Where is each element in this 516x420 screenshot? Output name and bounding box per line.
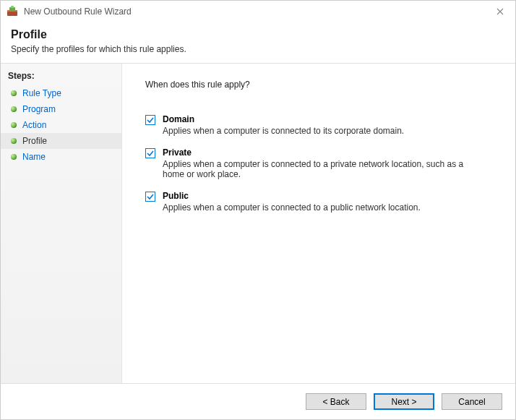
cancel-button[interactable]: Cancel — [442, 393, 502, 410]
close-button[interactable] — [489, 4, 511, 20]
steps-sidebar: Steps: Rule Type Program Action Profile … — [1, 64, 122, 383]
step-profile[interactable]: Profile — [1, 133, 121, 149]
step-bullet-icon — [11, 90, 17, 96]
window-title: New Outbound Rule Wizard — [24, 7, 132, 17]
next-button[interactable]: Next > — [374, 393, 434, 410]
step-label: Name — [22, 152, 46, 162]
step-rule-type[interactable]: Rule Type — [1, 85, 121, 101]
main: Steps: Rule Type Program Action Profile … — [1, 64, 515, 383]
back-button[interactable]: < Back — [306, 393, 366, 410]
page-subtitle: Specify the profiles for which this rule… — [11, 44, 505, 54]
check-icon — [147, 116, 154, 124]
check-icon — [147, 150, 154, 157]
header: Profile Specify the profiles for which t… — [1, 22, 515, 64]
step-bullet-icon — [11, 154, 17, 160]
titlebar: New Outbound Rule Wizard — [1, 1, 515, 22]
step-program[interactable]: Program — [1, 101, 121, 117]
steps-heading: Steps: — [1, 68, 121, 85]
step-label: Action — [22, 120, 46, 130]
public-title: Public — [163, 191, 421, 201]
private-title: Private — [163, 147, 481, 158]
firewall-icon — [7, 6, 18, 17]
page-title: Profile — [11, 28, 505, 41]
step-label: Program — [22, 104, 56, 114]
step-bullet-icon — [11, 138, 17, 144]
option-public: Public Applies when a computer is connec… — [145, 191, 495, 213]
option-private: Private Applies when a computer is conne… — [145, 147, 495, 179]
domain-title: Domain — [163, 114, 404, 124]
step-bullet-icon — [11, 106, 17, 112]
svg-rect-3 — [11, 6, 14, 8]
public-checkbox[interactable] — [145, 192, 155, 202]
private-checkbox[interactable] — [145, 148, 155, 158]
step-action[interactable]: Action — [1, 117, 121, 133]
public-description: Applies when a computer is connected to … — [163, 202, 421, 213]
private-description: Applies when a computer is connected to … — [163, 159, 481, 179]
footer: < Back Next > Cancel — [1, 383, 515, 419]
close-icon — [496, 8, 504, 15]
content-prompt: When does this rule apply? — [145, 80, 495, 90]
domain-checkbox[interactable] — [145, 115, 155, 125]
step-label: Rule Type — [22, 88, 61, 98]
step-name[interactable]: Name — [1, 149, 121, 165]
step-bullet-icon — [11, 122, 17, 128]
step-label: Profile — [22, 136, 47, 146]
check-icon — [147, 193, 154, 200]
domain-description: Applies when a computer is connected to … — [163, 126, 404, 136]
option-domain: Domain Applies when a computer is connec… — [145, 114, 495, 136]
content: When does this rule apply? Domain Applie… — [122, 64, 515, 383]
